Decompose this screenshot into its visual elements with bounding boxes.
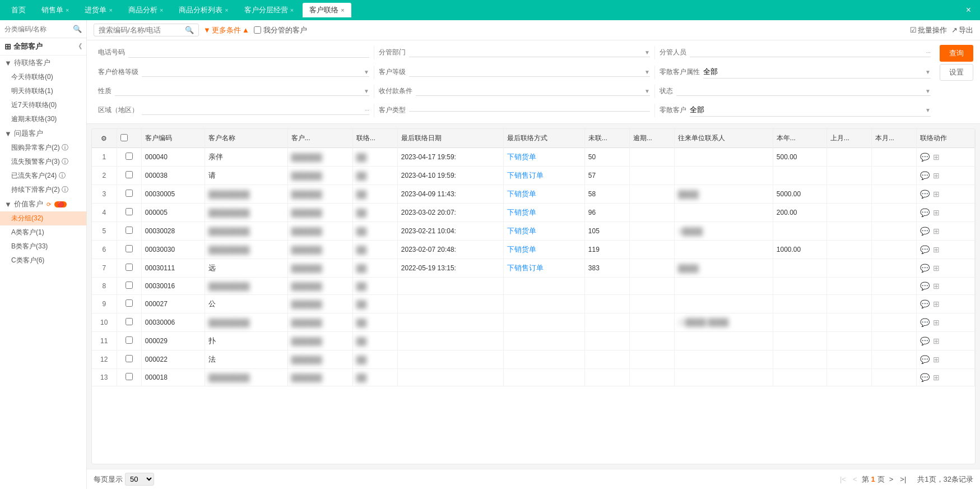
row-checkbox[interactable] — [117, 185, 141, 204]
region-select[interactable]: ··· — [142, 106, 369, 115]
sidebar-search-box[interactable]: 🔍 — [0, 20, 86, 38]
grid-action-icon[interactable]: ⊞ — [933, 264, 940, 273]
sidebar-group-pending[interactable]: ▼ 待联络客户 — [0, 56, 86, 70]
search-input[interactable] — [99, 26, 183, 34]
sidebar-item-a-class[interactable]: A类客户(1) — [0, 225, 86, 239]
tab-customer-contact[interactable]: 客户联络 × — [303, 3, 351, 17]
row-checkbox[interactable] — [117, 241, 141, 259]
row-checkbox[interactable] — [117, 369, 141, 386]
tab-purchase[interactable]: 进货单 × — [78, 3, 119, 17]
tab-product-list-close[interactable]: × — [225, 7, 228, 13]
sidebar-item-today[interactable]: 今天待联络(0) — [0, 70, 86, 84]
sidebar-item-week[interactable]: 近7天待联络(0) — [0, 98, 86, 112]
grid-action-icon[interactable]: ⊞ — [933, 208, 940, 217]
cust-level-select[interactable]: ▼ — [409, 68, 650, 77]
row-checkbox[interactable] — [117, 332, 141, 350]
tab-sales-close[interactable]: × — [66, 7, 69, 13]
my-customers-checkbox[interactable]: 我分管的客户 — [254, 25, 307, 35]
grid-action-icon[interactable]: ⊞ — [933, 299, 940, 308]
tab-sales[interactable]: 销售单 × — [35, 3, 76, 17]
chat-icon[interactable]: 💬 — [920, 171, 930, 180]
tab-customer-contact-close[interactable]: × — [341, 7, 344, 13]
chat-icon[interactable]: 💬 — [920, 318, 930, 327]
sidebar-search-icon[interactable]: 🔍 — [73, 25, 82, 33]
sidebar-item-hoarding[interactable]: 囤购异常客户(2) ⓘ — [0, 141, 86, 155]
chat-icon[interactable]: 💬 — [920, 208, 930, 217]
chat-icon[interactable]: 💬 — [920, 355, 930, 364]
chat-icon[interactable]: 💬 — [920, 227, 930, 236]
sidebar-group-problem[interactable]: ▼ 问题客户 — [0, 126, 86, 141]
row-checkbox[interactable] — [117, 259, 141, 278]
query-button[interactable]: 查询 — [940, 45, 973, 62]
retail-cust-select[interactable]: 全部 ▼ — [690, 104, 931, 117]
tab-home[interactable]: 首页 — [4, 3, 32, 17]
sidebar-item-churned[interactable]: 已流失客户(24) ⓘ — [0, 169, 86, 183]
price-level-select[interactable]: ▼ — [142, 68, 369, 77]
export-btn[interactable]: ↗ 导出 — [951, 25, 973, 35]
chat-icon[interactable]: 💬 — [920, 245, 930, 254]
grid-action-icon[interactable]: ⊞ — [933, 245, 940, 254]
chat-icon[interactable]: 💬 — [920, 264, 930, 273]
row-checkbox[interactable] — [117, 204, 141, 222]
cust-type-select[interactable] — [409, 109, 650, 112]
sidebar-item-overdue[interactable]: 逾期未联络(30) — [0, 112, 86, 126]
grid-action-icon[interactable]: ⊞ — [933, 190, 940, 199]
sidebar-item-churn-warn[interactable]: 流失预警客户(3) ⓘ — [0, 155, 86, 169]
row-checkbox[interactable] — [117, 278, 141, 295]
retail-attr-select[interactable]: 全部 ▼ — [703, 66, 931, 79]
grid-action-icon[interactable]: ⊞ — [933, 227, 940, 236]
gender-select[interactable]: ▼ — [115, 87, 369, 96]
row-checkbox[interactable] — [117, 295, 141, 313]
chat-icon[interactable]: 💬 — [920, 299, 930, 308]
reset-button[interactable]: 设置 — [940, 64, 973, 81]
tab-customer-segment[interactable]: 客户分层经营 × — [238, 3, 300, 17]
grid-action-icon[interactable]: ⊞ — [933, 171, 940, 180]
row-checkbox[interactable] — [117, 167, 141, 185]
payment-select[interactable]: ▼ — [416, 87, 650, 96]
select-all-checkbox[interactable] — [120, 134, 128, 141]
grid-action-icon[interactable]: ⊞ — [933, 336, 940, 345]
col-checkbox[interactable] — [117, 129, 141, 148]
page-size-dropdown[interactable]: 50 100 200 — [125, 473, 154, 486]
row-checkbox[interactable] — [117, 313, 141, 332]
sidebar-item-c-class[interactable]: C类客户(6) — [0, 253, 86, 267]
grid-action-icon[interactable]: ⊞ — [933, 153, 940, 162]
next-page-btn[interactable]: > — [887, 474, 896, 484]
first-page-btn[interactable]: |< — [838, 474, 848, 484]
sidebar-item-b-class[interactable]: B类客户(33) — [0, 239, 86, 253]
search-box[interactable]: 🔍 — [94, 24, 199, 36]
tab-product-list[interactable]: 商品分析列表 × — [172, 3, 235, 17]
sidebar-item-ungrouped[interactable]: 未分组(32) — [0, 211, 86, 225]
tab-product-analysis[interactable]: 商品分析 × — [122, 3, 170, 17]
chat-icon[interactable]: 💬 — [920, 153, 930, 162]
status-select[interactable]: ▼ — [676, 87, 931, 96]
my-customers-check[interactable] — [254, 26, 261, 34]
tab-purchase-close[interactable]: × — [109, 7, 112, 13]
sidebar-item-tomorrow[interactable]: 明天待联络(1) — [0, 84, 86, 98]
row-checkbox[interactable] — [117, 350, 141, 369]
grid-action-icon[interactable]: ⊞ — [933, 282, 940, 290]
chat-icon[interactable]: 💬 — [920, 282, 930, 290]
chat-icon[interactable]: 💬 — [920, 190, 930, 199]
col-settings[interactable]: ⚙ — [92, 129, 117, 148]
prev-page-btn[interactable]: < — [851, 474, 860, 484]
grid-action-icon[interactable]: ⊞ — [933, 355, 940, 364]
phone-input[interactable] — [128, 47, 369, 58]
row-checkbox[interactable] — [117, 148, 141, 167]
staff-select[interactable]: ··· — [690, 48, 931, 57]
dept-select[interactable]: ▼ — [409, 48, 650, 57]
tab-product-analysis-close[interactable]: × — [160, 7, 163, 13]
search-icon[interactable]: 🔍 — [185, 26, 194, 34]
chat-icon[interactable]: 💬 — [920, 336, 930, 345]
grid-action-icon[interactable]: ⊞ — [933, 373, 940, 382]
row-checkbox[interactable] — [117, 222, 141, 241]
sidebar-search-input[interactable] — [4, 25, 71, 33]
tab-customer-segment-close[interactable]: × — [290, 7, 294, 13]
sidebar-item-declining[interactable]: 持续下滑客户(2) ⓘ — [0, 183, 86, 197]
grid-action-icon[interactable]: ⊞ — [933, 318, 940, 327]
chat-icon[interactable]: 💬 — [920, 373, 930, 382]
batch-ops-btn[interactable]: ☑ 批量操作 — [910, 25, 947, 35]
close-all-tabs[interactable]: × — [962, 5, 976, 15]
more-conditions-btn[interactable]: ▼ 更多条件 ▲ — [203, 25, 249, 35]
sidebar-group-value[interactable]: ▼ 价值客户 ⟳ 🔴 — [0, 197, 86, 211]
